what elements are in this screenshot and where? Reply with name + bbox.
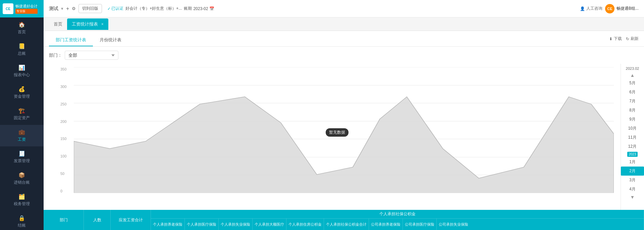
date-month-1[interactable]: 1月 [621,157,644,167]
y-label-350: 350 [60,67,74,71]
dept-filter-select[interactable]: 全部 研发部 销售部 财务部 行政部 [65,51,118,60]
sidebar-item-label: 固定资产 [14,115,30,121]
assistant-btn[interactable]: 👤 人工咨询 [580,6,602,11]
th-bigmedical-personal: 个人承担大额医疗 [253,219,286,230]
date-month-4[interactable]: 4月 [621,185,644,194]
th-unemployment-company: 公司承担失业保险 [437,219,470,230]
sidebar-item-label: 结账 [18,223,26,228]
date-nav-up[interactable]: ▲ [630,72,636,79]
table-header: 部门 人数 应发工资合计 个人承担社保公积金 个人承担养老保险 个人承担医疗保险… [44,210,644,230]
subtab-dept[interactable]: 部门工资统计表 [49,34,93,46]
subtab-actions: ⬇ 下载 ↻ 刷新 [609,36,639,42]
th-medical-company: 公司承担医疗保险 [403,219,437,230]
chart-y-axis: 0 50 100 150 200 250 300 350 [60,67,74,193]
sidebar-item-label: 工资 [18,137,26,142]
topbar: 测试 ▾ + ⚙ 切到旧版 ✓ 已认证 好会计（专）+好生意（标）+... 账期… [44,0,644,17]
funds-icon: 💰 [18,86,25,92]
topbar-dropdown-icon[interactable]: ▾ [61,6,63,11]
sidebar-item-home[interactable]: 🏠 首页 [0,17,44,39]
sidebar-item-label: 总账 [18,51,26,56]
main-area: 测试 ▾ + ⚙ 切到旧版 ✓ 已认证 好会计（专）+好生意（标）+... 账期… [44,0,644,230]
chart-area [74,97,614,193]
sidebar-item-inventory[interactable]: 📦 进销台账 [0,168,44,189]
assistant-icon: 👤 [580,6,585,11]
user-name: 畅捷通B组... [616,6,639,11]
chart-wrapper: 0 50 100 150 200 250 300 350 [44,64,644,210]
sidebar-item-invoices[interactable]: 🧾 发票管理 [0,146,44,168]
sidebar-logo: CE 畅捷通好会计 专业版 [0,0,44,17]
logo-icon: CE [3,3,13,14]
home-icon: 🏠 [18,21,25,28]
sidebar-item-label: 首页 [18,29,26,35]
tab-salary-report[interactable]: 工资统计报表 × [67,18,108,30]
date-month-6[interactable]: 6月 [621,88,644,97]
sidebar-item-salary[interactable]: 💼 工资 [0,125,44,146]
topbar-status: ✓ 已认证 好会计（专）+好生意（标）+... 账期 2023-02 📅 [107,6,214,11]
y-label-0: 0 [60,189,74,193]
logo-badge: 专业版 [15,9,38,14]
date-nav-down[interactable]: ▼ [630,194,636,200]
sidebar-item-tax[interactable]: 🗂️ 税务管理 [0,189,44,211]
chart-svg [74,67,614,193]
refresh-btn[interactable]: ↻ 刷新 [626,36,639,42]
th-count: 人数 [84,210,111,230]
sidebar: CE 畅捷通好会计 专业版 🏠 首页 📒 总账 📊 报表中心 💰 资金管理 🏗️… [0,0,44,230]
topbar-settings-btn[interactable]: ⚙ [72,6,76,11]
topbar-add-btn[interactable]: + [66,6,69,12]
th-unemployment-personal: 个人承担失业保险 [219,219,253,230]
y-label-50: 50 [60,172,74,176]
sidebar-item-label: 发票管理 [14,158,30,164]
period-info: 账期 2023-02 📅 [184,6,214,11]
date-month-10[interactable]: 10月 [621,124,644,133]
sidebar-item-label: 税务管理 [14,201,30,207]
th-pension-personal: 个人承担养老保险 [151,219,185,230]
user-menu[interactable]: CE 畅捷通B组... [605,4,639,13]
tab-close-icon[interactable]: × [101,22,104,27]
th-personal-group-header: 个人承担社保公积金 [151,210,644,219]
date-month-12[interactable]: 12月 [621,142,644,151]
salary-icon: 💼 [18,129,25,135]
download-btn[interactable]: ⬇ 下载 [609,36,622,42]
ledger-icon: 📒 [18,43,25,49]
date-panel: 2023.02 ▲ 5月 6月 7月 8月 9月 10月 11月 12月 202… [621,64,644,210]
date-month-11[interactable]: 11月 [621,133,644,142]
date-year-badge[interactable]: 2023 [627,152,637,157]
refresh-icon: ↻ [626,36,629,41]
date-month-9[interactable]: 9月 [621,115,644,124]
accounting-info: 好会计（专）+好生意（标）+... [125,6,182,11]
th-housing-personal: 个人承担住房公积金 [286,219,324,230]
tab-home[interactable]: 首页 [49,18,67,30]
sidebar-item-ledger[interactable]: 📒 总账 [0,39,44,60]
y-label-150: 150 [60,137,74,141]
sidebar-item-label: 进销台账 [14,180,30,185]
date-month-8[interactable]: 8月 [621,106,644,115]
sidebar-item-reports[interactable]: 📊 报表中心 [0,60,44,82]
content-area: 部门工资统计表 月份统计表 ⬇ 下载 ↻ 刷新 部门： 全部 研发部 [44,31,644,230]
th-pension-company: 公司承担养老保险 [369,219,403,230]
sidebar-nav: 🏠 首页 📒 总账 📊 报表中心 💰 资金管理 🏗️ 固定资产 💼 工资 🧾 发… [0,17,44,230]
filter-row: 部门： 全部 研发部 销售部 财务部 行政部 [44,47,644,64]
calendar-icon[interactable]: 📅 [209,6,214,11]
closing-icon: 🔒 [18,215,25,221]
download-icon: ⬇ [609,36,612,41]
th-medical-personal: 个人承担医疗保险 [185,219,219,230]
th-social-total-personal: 个人承担社保公积金合计 [324,219,369,230]
date-month-5[interactable]: 5月 [621,79,644,88]
invoices-icon: 🧾 [18,150,25,157]
sidebar-item-funds[interactable]: 💰 资金管理 [0,82,44,103]
tabbar: 首页 工资统计报表 × [44,17,644,31]
date-panel-year-label[interactable]: 2023.02 [624,65,641,72]
sidebar-item-closing[interactable]: 🔒 结账 [0,211,44,230]
switch-to-old-btn[interactable]: 切到旧版 [78,4,102,13]
date-month-2-active[interactable]: 2月 [621,167,644,176]
dept-filter-label: 部门： [49,52,62,58]
avatar: CE [605,4,614,13]
date-month-3[interactable]: 3月 [621,176,644,185]
date-month-7[interactable]: 7月 [621,97,644,106]
subtab-monthly[interactable]: 月份统计表 [93,34,128,46]
tax-icon: 🗂️ [18,193,25,200]
reports-icon: 📊 [18,64,25,71]
sidebar-item-assets[interactable]: 🏗️ 固定资产 [0,103,44,125]
chart-container: 0 50 100 150 200 250 300 350 [60,67,614,203]
y-label-250: 250 [60,102,74,106]
